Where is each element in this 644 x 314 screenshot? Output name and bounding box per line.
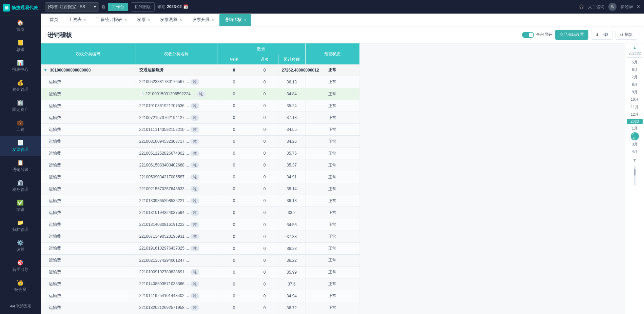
- table-row[interactable]: 运输费 22101419254101443402 ... 吨 0 0 34.94…: [41, 290, 625, 302]
- tab-salary-report-close[interactable]: ×: [124, 18, 126, 22]
- cal-month-11[interactable]: 11月: [626, 103, 643, 111]
- table-row[interactable]: 运输费 22100523381780176567 ... 吨 0 0 36.13…: [41, 76, 625, 88]
- table-row[interactable]: 运输费 22101910361921707536 ... 吨 0 0 35.24…: [41, 100, 625, 112]
- collapse-icon[interactable]: ▼: [43, 68, 47, 73]
- row-purchase: 0: [251, 171, 278, 183]
- row-sales: 0: [217, 278, 251, 290]
- table-row[interactable]: 运输费 📄22100915031396592224 ... 吨 0 0 34.8…: [41, 88, 625, 100]
- table-row[interactable]: 运输费 22101309365208535221 ... 吨 0 0 36.13…: [41, 195, 625, 207]
- sidebar-item-home[interactable]: 🏠 首页: [0, 16, 41, 36]
- row-purchase: 0: [251, 183, 278, 195]
- cal-month-2-active[interactable]: 2月: [631, 132, 639, 140]
- cal-month-6[interactable]: 6月: [626, 66, 643, 73]
- cal-month-3[interactable]: 3月: [626, 141, 643, 148]
- table-row[interactable]: 运输费 22100713490523196931 ... 吨 0 0 37.38…: [41, 231, 625, 242]
- cal-month-1[interactable]: 1月: [626, 125, 643, 132]
- table-row[interactable]: 运输费 22100721573762194127 ... 吨 0 0 37.18…: [41, 112, 625, 124]
- settle-icon: ✅: [17, 199, 24, 206]
- tab-invoice[interactable]: 发票 ×: [132, 14, 155, 26]
- table-row[interactable]: 运输费 22100509034317086587 ... 吨 0 0 34.91…: [41, 171, 625, 183]
- row-code: 运输费: [41, 266, 136, 278]
- tab-salary-table-close[interactable]: ×: [84, 18, 86, 22]
- table-row[interactable]: 运输费 22101009192789838691 ... 吨 0 0 35.99…: [41, 266, 625, 278]
- cal-month-8[interactable]: 8月: [626, 81, 643, 88]
- period-calendar-icon[interactable]: 📅: [183, 4, 188, 9]
- pin-button[interactable]: ◀◀ 取消固定: [0, 301, 41, 311]
- download-button[interactable]: ⬇ 下载: [591, 30, 613, 40]
- table-row[interactable]: 运输费 22101408593571035366 ... 吨 0 0 37.6 …: [41, 278, 625, 290]
- row-purchase: 0: [251, 290, 278, 302]
- settings-button[interactable]: 商品编码设置: [555, 30, 588, 40]
- tab-reconcile-close[interactable]: ×: [244, 18, 246, 22]
- user-name[interactable]: 徐泾华: [621, 4, 633, 10]
- sidebar-item-archive[interactable]: 📁 归档管理: [0, 216, 41, 236]
- tab-invoice-calc[interactable]: 发票测算 ×: [155, 14, 187, 26]
- tab-reconcile[interactable]: 进销稽核 ×: [219, 14, 251, 26]
- cal-month-5[interactable]: 5月: [626, 59, 643, 66]
- row-invoice-no: 22100511252826674802 ... 吨: [136, 148, 217, 159]
- table-row[interactable]: 运输费 22100213574294001247 ... 0 0 36.22 正…: [41, 254, 625, 266]
- row-sales: 0: [217, 219, 251, 231]
- unit-tag: 吨: [190, 103, 199, 109]
- expand-toggle[interactable]: [522, 32, 534, 38]
- sidebar-item-settle[interactable]: ✅ 结账: [0, 196, 41, 216]
- copy-icon[interactable]: ⧉: [102, 4, 105, 10]
- tab-home-label: 首页: [50, 17, 58, 23]
- sidebar-item-label: 结账: [16, 207, 24, 213]
- table-row[interactable]: 运输费 22101314030816191223 ... 吨 0 0 34.56…: [41, 219, 625, 231]
- tab-invoice-open[interactable]: 发票开具 ×: [188, 14, 219, 26]
- switch-version-button[interactable]: 切到旧版: [131, 2, 155, 12]
- workspace-button[interactable]: 工作台: [108, 3, 128, 11]
- sidebar-item-tax[interactable]: 🏛️ 税务管理: [0, 176, 41, 196]
- sidebar-item-settings[interactable]: ⚙️ 设置: [0, 236, 41, 256]
- sidebar-item-capital[interactable]: 💰 资金管理: [0, 76, 41, 96]
- tab-salary-report[interactable]: 工资统计报表 ×: [91, 14, 131, 26]
- row-code: 运输费: [41, 219, 136, 231]
- refresh-button[interactable]: ↺ 刷新: [616, 30, 637, 40]
- sidebar-item-guide[interactable]: 🎯 新手引导: [0, 256, 41, 276]
- table-row[interactable]: 运输费 22101310194324037594 ... 吨 0 0 33.2 …: [41, 207, 625, 219]
- unit-tag: 吨: [190, 305, 199, 311]
- company-selector[interactable]: (勾稽) 江西报宝-LSS ▾: [45, 2, 99, 12]
- close-icon[interactable]: ×: [637, 4, 640, 10]
- table-row[interactable]: 运输费 22100810094532303717 ... 吨 0 0 34.26…: [41, 136, 625, 148]
- tab-salary-table[interactable]: 工资表 ×: [64, 14, 91, 26]
- tab-home[interactable]: 首页: [45, 14, 63, 26]
- table-row[interactable]: 运输费 22100511252826674802 ... 吨 0 0 35.75…: [41, 148, 625, 159]
- row-cumulative: 36.13: [278, 195, 305, 207]
- row-purchase: 0: [251, 88, 278, 100]
- cal-nav-up[interactable]: ▲: [625, 45, 644, 51]
- tab-salary-table-label: 工资表: [69, 17, 82, 23]
- row-status: 正常: [305, 171, 359, 183]
- cal-month-10[interactable]: 10月: [626, 96, 643, 103]
- table-row[interactable]: 运输费 22101111143592152210 ... 吨 0 0 34.55…: [41, 124, 625, 136]
- cal-month-12[interactable]: 12月: [626, 111, 643, 118]
- tab-invoice-close[interactable]: ×: [148, 18, 150, 22]
- table-row[interactable]: 运输费 22100615083403402688 ... 吨 0 0 35.37…: [41, 159, 625, 171]
- row-code: ▼ 301000000000000000: [41, 64, 136, 76]
- cal-month-7[interactable]: 7月: [626, 74, 643, 81]
- sidebar-item-salary[interactable]: 💼 工资: [0, 116, 41, 136]
- tab-invoice-calc-close[interactable]: ×: [180, 18, 182, 22]
- sidebar-item-invoice[interactable]: 🧾 发票管理: [0, 136, 41, 156]
- row-purchase: 0: [251, 148, 278, 159]
- sidebar-item-member[interactable]: 👑 畅会员: [0, 276, 41, 296]
- sidebar-item-assets[interactable]: 🏢 固定资产: [0, 96, 41, 116]
- table-row[interactable]: 运输费 22100215570357643633 ... 吨 0 0 35.14…: [41, 183, 625, 195]
- tab-invoice-open-close[interactable]: ×: [212, 18, 214, 22]
- table-row[interactable]: 运输费 22101916102976437325 ... 吨 0 0 36.23…: [41, 242, 625, 254]
- sidebar-item-ledger[interactable]: 📒 总账: [0, 36, 41, 56]
- cal-month-9[interactable]: 9月: [626, 89, 643, 96]
- cal-month-4[interactable]: 4月: [626, 148, 643, 155]
- sidebar-item-report[interactable]: 📊 报表中心: [0, 56, 41, 76]
- table-row[interactable]: 运输费 22101820212692571958 ... 吨 0 0 36.72…: [41, 302, 625, 314]
- sidebar-item-label: 发票管理: [12, 147, 28, 153]
- row-sales: 0: [217, 290, 251, 302]
- support-label[interactable]: 人工咨询: [588, 4, 604, 10]
- row-cumulative: 37.18: [278, 112, 305, 124]
- unit-tag: 吨: [196, 91, 206, 97]
- sidebar-item-sales[interactable]: 📋 进销台账: [0, 156, 41, 176]
- table-row[interactable]: ▼ 301000000000000000 交通运输服务 0 0 27262.40…: [41, 64, 625, 76]
- row-code: 运输费: [41, 242, 136, 254]
- cal-nav-down[interactable]: ▼: [625, 157, 644, 163]
